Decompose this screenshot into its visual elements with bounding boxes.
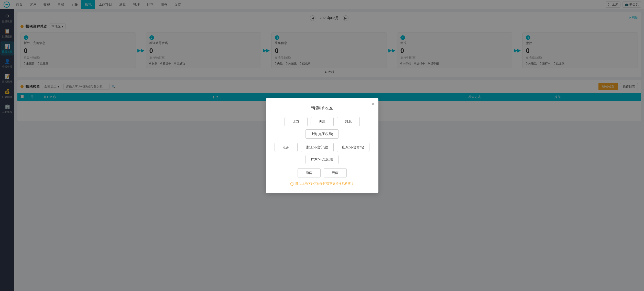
region-buttons-row2: 江苏 浙江(不含宁波) 山东(不含青岛) 广东(不含深圳) (274, 143, 370, 164)
modal-warning: i 除以上地区外其他地区暂不支持报税检查！ (274, 182, 370, 186)
region-buttons-row3: 海南 云南 (274, 168, 370, 177)
region-btn-shanghai[interactable]: 上海(电子税局) (305, 129, 339, 139)
modal-title: 请选择地区 (274, 105, 370, 111)
modal-close-button[interactable]: × (372, 102, 374, 107)
region-btn-shandong[interactable]: 山东(不含青岛) (337, 143, 370, 152)
modal-overlay[interactable]: × 请选择地区 北京 天津 河北 上海(电子税局) 江苏 浙江(不含宁波) 山东… (0, 0, 644, 291)
region-btn-tianjin[interactable]: 天津 (311, 117, 334, 126)
region-btn-zhejiang[interactable]: 浙江(不含宁波) (301, 143, 334, 152)
region-btn-hainan[interactable]: 海南 (298, 168, 321, 177)
region-btn-jiangsu[interactable]: 江苏 (275, 143, 298, 152)
region-btn-beijing[interactable]: 北京 (285, 117, 308, 126)
region-btn-hebei[interactable]: 河北 (337, 117, 360, 126)
warning-icon: i (290, 182, 294, 186)
region-buttons-row1: 北京 天津 河北 上海(电子税局) (274, 117, 370, 139)
region-btn-yunnan[interactable]: 云南 (324, 168, 347, 177)
region-btn-guangdong[interactable]: 广东(不含深圳) (305, 155, 339, 164)
region-select-modal: × 请选择地区 北京 天津 河北 上海(电子税局) 江苏 浙江(不含宁波) 山东… (266, 98, 378, 193)
